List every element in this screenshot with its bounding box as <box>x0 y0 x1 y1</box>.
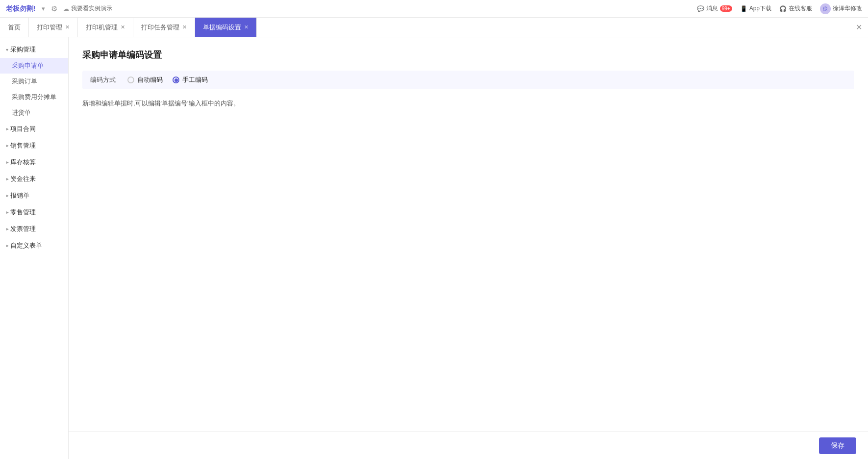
tab-print-mgmt-close[interactable]: ✕ <box>65 24 70 30</box>
tab-print-mgmt-label: 打印管理 <box>37 23 62 32</box>
sidebar-item-stock-in[interactable]: 进货单 <box>0 105 68 121</box>
tab-barcode-label: 单据编码设置 <box>203 23 241 32</box>
sidebar-group-retail-label: 零售管理 <box>10 208 36 217</box>
message-action[interactable]: 💬 消息 99+ <box>697 4 732 13</box>
chevron-down-icon: ▾ <box>6 47 8 52</box>
message-badge: 99+ <box>720 5 732 12</box>
content-main: 采购申请单编码设置 编码方式 自动编码 手工编码 新增和编辑单据时,可以编辑'单… <box>69 37 868 432</box>
encoding-mode-label: 编码方式 <box>90 76 116 84</box>
dropdown-arrow-icon[interactable]: ▾ <box>42 5 45 12</box>
sidebar-group-sales-label: 销售管理 <box>10 141 36 150</box>
radio-auto-label: 自动编码 <box>137 76 163 84</box>
save-button[interactable]: 保存 <box>819 437 856 454</box>
sidebar-group-purchase-label: 采购管理 <box>10 45 36 54</box>
demo-link[interactable]: ☁ 我要看实例演示 <box>63 4 112 13</box>
chevron-right-icon7: ▾ <box>4 228 10 230</box>
description-text: 新增和编辑单据时,可以编辑'单据编号'输入框中的内容。 <box>82 99 854 108</box>
radio-manual-circle[interactable] <box>173 76 179 83</box>
top-bar-left: 老板勿割! ▾ ⚙ ☁ 我要看实例演示 <box>6 4 112 13</box>
tab-home[interactable]: 首页 <box>0 18 29 37</box>
sidebar-group-returns[interactable]: ▾ 报销单 <box>0 187 68 204</box>
page-title: 采购申请单编码设置 <box>82 49 854 61</box>
content-area: 采购申请单编码设置 编码方式 自动编码 手工编码 新增和编辑单据时,可以编辑'单… <box>69 37 868 459</box>
chevron-right-icon: ▾ <box>4 128 10 130</box>
sidebar-group-invoice-label: 发票管理 <box>10 225 36 233</box>
sidebar-item-purchase-request-label: 采购申请单 <box>12 62 44 69</box>
sidebar-item-purchase-expense[interactable]: 采购费用分摊单 <box>0 89 68 105</box>
encoding-mode-row: 编码方式 自动编码 手工编码 <box>82 71 854 89</box>
sidebar: ▾ 采购管理 采购申请单 采购订单 采购费用分摊单 进货单 ▾ 项目合同 ▾ 销… <box>0 37 69 459</box>
radio-manual-label: 手工编码 <box>182 76 208 84</box>
user-avatar: 徐 <box>820 3 831 14</box>
app-download-action[interactable]: 📱 App下载 <box>740 4 771 13</box>
chevron-right-icon4: ▾ <box>4 178 10 180</box>
sidebar-group-project[interactable]: ▾ 项目合同 <box>0 121 68 137</box>
tab-print-task-close[interactable]: ✕ <box>182 24 187 30</box>
tab-print-task-label: 打印任务管理 <box>141 23 179 32</box>
top-bar-right: 💬 消息 99+ 📱 App下载 🎧 在线客服 徐 徐泽华修改 <box>697 3 862 14</box>
message-label: 消息 <box>706 4 718 13</box>
sidebar-group-inventory[interactable]: ▾ 库存核算 <box>0 154 68 171</box>
demo-label: 我要看实例演示 <box>71 4 112 13</box>
radio-group: 自动编码 手工编码 <box>127 76 208 84</box>
settings-icon[interactable]: ⚙ <box>51 4 57 13</box>
tab-printer-mgmt[interactable]: 打印机管理 ✕ <box>78 18 133 37</box>
sidebar-group-sales[interactable]: ▾ 销售管理 <box>0 137 68 154</box>
headset-icon: 🎧 <box>779 5 787 12</box>
content-footer: 保存 <box>69 432 868 459</box>
tab-barcode-setting[interactable]: 单据编码设置 ✕ <box>195 18 257 37</box>
tab-barcode-close[interactable]: ✕ <box>244 24 248 30</box>
app-icon: 📱 <box>740 5 747 12</box>
tab-home-label: 首页 <box>8 23 21 32</box>
radio-auto-circle[interactable] <box>127 76 134 83</box>
sidebar-item-stock-in-label: 进货单 <box>12 109 31 116</box>
sidebar-group-inventory-label: 库存核算 <box>10 158 36 167</box>
main-layout: ▾ 采购管理 采购申请单 采购订单 采购费用分摊单 进货单 ▾ 项目合同 ▾ 销… <box>0 37 868 459</box>
sidebar-group-purchase[interactable]: ▾ 采购管理 <box>0 41 68 58</box>
close-all-tabs[interactable]: ✕ <box>850 18 868 37</box>
sidebar-item-purchase-request[interactable]: 采购申请单 <box>0 58 68 74</box>
chevron-right-icon3: ▾ <box>4 161 10 164</box>
chevron-right-icon5: ▾ <box>4 195 10 197</box>
tab-print-mgmt[interactable]: 打印管理 ✕ <box>29 18 78 37</box>
chevron-right-icon8: ▾ <box>4 245 10 247</box>
brand-logo: 老板勿割! <box>6 4 36 13</box>
sidebar-item-purchase-expense-label: 采购费用分摊单 <box>12 93 56 101</box>
radio-manual[interactable]: 手工编码 <box>173 76 208 84</box>
top-bar: 老板勿割! ▾ ⚙ ☁ 我要看实例演示 💬 消息 99+ 📱 App下载 🎧 在… <box>0 0 868 18</box>
radio-auto[interactable]: 自动编码 <box>127 76 163 84</box>
sidebar-group-project-label: 项目合同 <box>10 125 36 133</box>
sidebar-group-custom-label: 自定义表单 <box>10 241 42 250</box>
tab-printer-mgmt-close[interactable]: ✕ <box>121 24 125 30</box>
sidebar-group-invoice[interactable]: ▾ 发票管理 <box>0 221 68 237</box>
sidebar-group-fund-label: 资金往来 <box>10 175 36 183</box>
online-support-action[interactable]: 🎧 在线客服 <box>779 4 812 13</box>
message-icon: 💬 <box>697 5 704 12</box>
user-menu[interactable]: 徐 徐泽华修改 <box>820 3 862 14</box>
sidebar-item-purchase-order[interactable]: 采购订单 <box>0 74 68 89</box>
sidebar-group-returns-label: 报销单 <box>10 191 29 200</box>
cloud-icon: ☁ <box>63 5 69 12</box>
sidebar-item-purchase-order-label: 采购订单 <box>12 77 37 85</box>
chevron-right-icon2: ▾ <box>4 145 10 147</box>
sidebar-group-custom[interactable]: ▾ 自定义表单 <box>0 237 68 254</box>
support-label: 在线客服 <box>789 4 812 13</box>
app-label: App下载 <box>749 4 771 13</box>
sidebar-group-retail[interactable]: ▾ 零售管理 <box>0 204 68 221</box>
chevron-right-icon6: ▾ <box>4 211 10 214</box>
sidebar-group-fund[interactable]: ▾ 资金往来 <box>0 171 68 187</box>
tab-printer-mgmt-label: 打印机管理 <box>86 23 118 32</box>
tab-print-task[interactable]: 打印任务管理 ✕ <box>133 18 195 37</box>
tabs-bar: 首页 打印管理 ✕ 打印机管理 ✕ 打印任务管理 ✕ 单据编码设置 ✕ ✕ <box>0 18 868 37</box>
user-name: 徐泽华修改 <box>833 4 862 13</box>
